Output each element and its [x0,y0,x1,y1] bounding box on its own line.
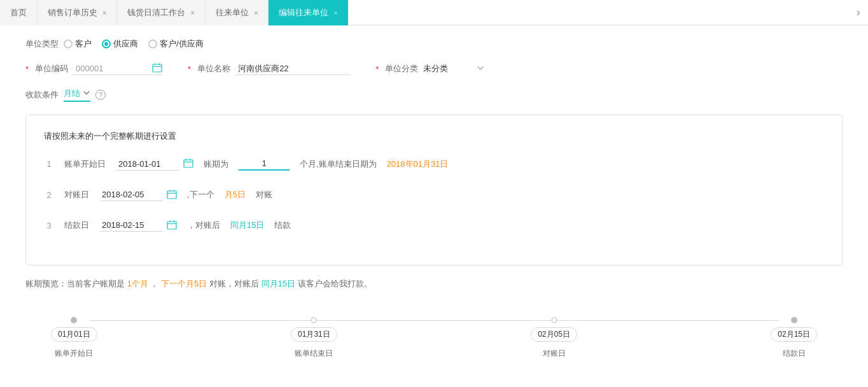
timeline-label-1: 账单开始日 [55,348,93,359]
timeline-dot-1 [71,317,77,323]
timeline-dot-3 [551,317,557,323]
payment-desc-prefix: ，对账后 [187,220,220,231]
payment-row: 收款条件 月结 ? [25,88,843,102]
unit-category-star: * [375,64,379,74]
reconcile-label: 对账日 [64,189,89,201]
setting-num-1: 1 [44,159,54,169]
radio-both[interactable]: 客户/供应商 [148,38,204,50]
timeline-dot-4 [791,317,797,323]
svg-rect-0 [153,64,162,72]
tab-sales-history[interactable]: 销售订单历史 × [38,0,117,25]
period-label: 账期为 [204,158,228,170]
tab-partner-unit-label: 往来单位 [216,7,249,18]
payment-chevron-icon [83,89,90,99]
setting-row-3: 3 结款日 ，对账后 同月15日 结款 [44,219,824,232]
settings-panel: 请按照未来的一个完整帐期进行设置 1 账单开始日 账期为 个月,账单结束日期为 [25,115,843,265]
payment-date-wrap [99,219,177,232]
period-end-date: 2018年01月31日 [387,158,449,170]
svg-rect-4 [184,160,193,167]
unit-type-group: 单位类型 客户 供应商 客户/供应商 [25,38,204,50]
preview-part1: 1个月 [127,279,148,288]
payment-date-input[interactable] [99,219,163,232]
radio-customer-label: 客户 [75,38,92,50]
tab-sales-history-close[interactable]: × [102,9,106,17]
tab-home-label: 首页 [10,7,27,18]
main-content: 单位类型 客户 供应商 客户/供应商 * 单位编码 [0,25,868,387]
unit-code-label: 单位编码 [35,63,68,74]
tab-partner-unit[interactable]: 往来单位 × [206,0,269,25]
start-date-calendar-icon[interactable] [183,158,193,170]
tab-sales-history-label: 销售订单历史 [48,7,97,18]
reconcile-date-input[interactable] [99,188,163,201]
period-unit-text: 个月,账单结束日期为 [300,158,377,170]
payment-date-label: 结款日 [64,220,89,231]
unit-name-group: * 单位名称 [188,62,350,75]
timeline-date-2: 01月31日 [291,327,337,342]
timeline-point-2: 01月31日 账单结束日 [291,314,337,359]
unit-name-input[interactable] [235,62,350,75]
reconcile-calendar-icon[interactable] [167,189,177,201]
payment-date-calendar-icon[interactable] [167,220,177,232]
payment-select[interactable]: 月结 [64,88,90,102]
radio-supplier-circle [102,39,111,48]
setting-num-3: 3 [44,221,54,230]
reconcile-desc-suffix: 对账 [256,189,272,201]
timeline-date-3: 02月05日 [531,327,577,342]
panel-instruction: 请按照未来的一个完整帐期进行设置 [44,130,824,142]
reconcile-date-wrap [99,188,177,201]
setting-num-2: 2 [44,190,54,200]
payment-highlight: 同月15日 [230,220,264,231]
tab-edit-partner[interactable]: 编辑往来单位 × [269,0,347,25]
unit-type-radio-group: 客户 供应商 客户/供应商 [64,38,204,50]
timeline-date-4: 02月15日 [771,327,817,342]
timeline-label-2: 账单结束日 [295,348,333,359]
start-date-label: 账单开始日 [64,158,106,170]
unit-category-select[interactable]: 未分类 [423,63,485,74]
tab-bar: 首页 销售订单历史 × 钱货日清工作台 × 往来单位 × 编辑往来单位 × › [0,0,868,25]
timeline-dot-2 [311,317,317,323]
radio-customer-circle [64,39,73,48]
timeline-date-1: 01月01日 [51,327,97,342]
payment-label: 收款条件 [25,89,59,101]
reconcile-desc-prefix: ,下一个 [187,189,214,201]
svg-rect-8 [167,191,176,199]
unit-category-group: * 单位分类 未分类 [375,63,485,74]
svg-rect-12 [167,222,176,229]
payment-value: 月结 [64,88,80,99]
tab-more-button[interactable]: › [849,6,868,19]
timeline-label-3: 对账日 [543,348,566,359]
setting-row-2: 2 对账日 ,下一个 月5日 对账 [44,188,824,201]
payment-help-icon[interactable]: ? [95,90,106,100]
unit-code-group: * 单位编码 [25,62,162,75]
tab-home[interactable]: 首页 [0,0,38,25]
preview-middle1: ， [150,279,158,288]
unit-category-label: 单位分类 [385,63,418,74]
unit-name-star: * [188,64,191,74]
tab-partner-unit-close[interactable]: × [254,9,258,17]
tab-cash-work-close[interactable]: × [190,9,194,17]
preview-part2: 下一个月5日 [161,279,207,288]
tab-cash-work[interactable]: 钱货日清工作台 × [117,0,205,25]
reconcile-highlight: 月5日 [225,189,246,201]
tab-cash-work-label: 钱货日清工作台 [127,7,185,18]
timeline-point-3: 02月05日 对账日 [531,314,577,359]
timeline-container: 01月01日 账单开始日 01月31日 账单结束日 02月05日 对账日 02月… [25,307,843,384]
unit-code-input-wrap [73,62,162,75]
preview-prefix: 账期预览：当前客户账期是 [25,279,125,288]
radio-supplier-label: 供应商 [113,38,138,50]
unit-code-calendar-icon[interactable] [152,62,162,74]
radio-both-circle [148,39,157,48]
start-date-input[interactable] [116,158,179,171]
preview-suffix: 该客户会给我打款。 [298,279,372,288]
preview-part3: 同月15日 [262,279,295,288]
unit-info-row: * 单位编码 * 单位名称 * 单位分类 [25,62,843,75]
radio-customer[interactable]: 客户 [64,38,92,50]
period-input[interactable] [239,157,290,171]
tab-edit-partner-close[interactable]: × [333,9,337,17]
unit-name-label: 单位名称 [197,63,230,74]
tab-edit-partner-label: 编辑往来单位 [279,7,328,18]
radio-supplier[interactable]: 供应商 [102,38,138,50]
timeline-point-1: 01月01日 账单开始日 [51,314,97,359]
unit-code-input[interactable] [73,62,150,74]
payment-desc-suffix: 结款 [274,220,291,231]
